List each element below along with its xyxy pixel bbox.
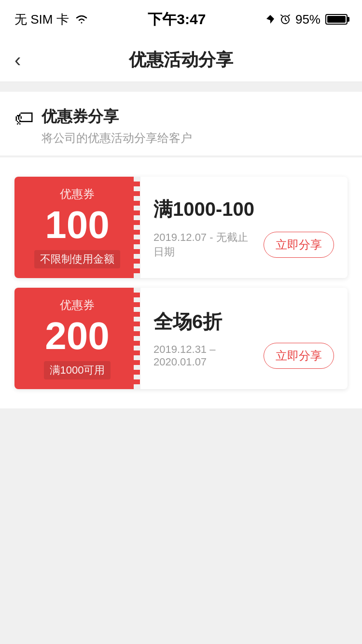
status-right: 95% [265, 12, 348, 27]
coupon-date-1: 2019.12.07 - 无截止日期 [153, 230, 258, 259]
location-icon [265, 14, 275, 25]
battery-icon [325, 14, 348, 25]
coupon-condition-1: 不限制使用金额 [34, 250, 120, 268]
svg-line-4 [288, 15, 290, 16]
coupon-date-2: 2019.12.31 – 2020.01.07 [153, 343, 258, 368]
coupon-list: 优惠券 100 不限制使用金额 满1000-100 2019.12.07 - 无… [0, 157, 362, 408]
coupon-name-2: 全场6折 [153, 308, 334, 335]
status-bar: 无 SIM 卡 下午3:47 95% [0, 0, 362, 39]
coupon-right-1: 满1000-100 2019.12.07 - 无截止日期 立即分享 [140, 177, 348, 278]
coupon-label-1: 优惠券 [60, 186, 95, 202]
nav-title: 优惠活动分享 [129, 48, 233, 72]
share-button-1[interactable]: 立即分享 [264, 232, 334, 258]
nav-bar: ‹ 优惠活动分享 [0, 39, 362, 82]
carrier-text: 无 SIM 卡 [14, 11, 69, 28]
section-subtitle: 将公司的优惠活动分享给客户 [42, 130, 192, 146]
coupon-meta-1: 2019.12.07 - 无截止日期 立即分享 [153, 230, 334, 259]
coupon-section-icon: 🏷 [14, 108, 34, 127]
coupon-amount-2: 200 [45, 317, 109, 355]
coupon-right-2: 全场6折 2019.12.31 – 2020.01.07 立即分享 [140, 288, 348, 389]
share-button-2[interactable]: 立即分享 [264, 343, 334, 369]
svg-line-3 [281, 15, 282, 16]
battery-percent: 95% [295, 12, 320, 27]
status-left: 无 SIM 卡 [14, 11, 88, 28]
coupon-amount-1: 100 [45, 206, 109, 244]
coupon-label-2: 优惠券 [60, 297, 95, 313]
svg-line-2 [285, 20, 287, 21]
section-text-group: 优惠券分享 将公司的优惠活动分享给客户 [42, 106, 192, 146]
coupon-meta-2: 2019.12.31 – 2020.01.07 立即分享 [153, 343, 334, 369]
coupon-condition-2: 满1000可用 [44, 361, 111, 379]
coupon-left-1: 优惠券 100 不限制使用金额 [14, 177, 140, 278]
coupon-card-2: 优惠券 200 满1000可用 全场6折 2019.12.31 – 2020.0… [14, 288, 348, 389]
section-title: 优惠券分享 [42, 106, 192, 127]
coupon-name-1: 满1000-100 [153, 196, 334, 223]
status-time: 下午3:47 [148, 10, 206, 29]
bottom-area [0, 408, 362, 644]
wifi-icon [75, 14, 88, 25]
section-header: 🏷 优惠券分享 将公司的优惠活动分享给客户 [0, 92, 362, 155]
coupon-left-2: 优惠券 200 满1000可用 [14, 288, 140, 389]
coupon-card-1: 优惠券 100 不限制使用金额 满1000-100 2019.12.07 - 无… [14, 177, 348, 278]
alarm-icon [280, 14, 291, 25]
back-button[interactable]: ‹ [14, 49, 21, 71]
